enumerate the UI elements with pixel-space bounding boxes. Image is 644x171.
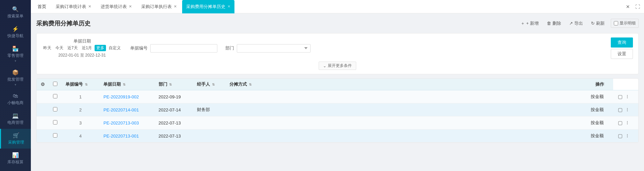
expand-more-button[interactable]: ⌄ 展开更多条件 [319, 62, 356, 70]
close-all-tabs-button[interactable]: ✕ [625, 3, 631, 11]
bill-no-link[interactable]: PE-20220713-003 [103, 120, 139, 125]
add-button[interactable]: ＋ + 新增 [519, 19, 541, 28]
row-checkbox[interactable] [53, 94, 57, 98]
row-num: 1 [61, 90, 99, 103]
tab-label: 采购订单统计表 [56, 4, 86, 10]
sidebar-item-finance[interactable]: 💰 资金管理 [0, 168, 31, 171]
delete-button[interactable]: 🗑 删除 [545, 19, 563, 28]
row-settings [37, 130, 49, 143]
show-cols-label: 显示明细 [620, 20, 636, 26]
sort-icon[interactable]: ⇅ [85, 83, 88, 86]
table-header: ⚙ 单据编号 ⇅ 单据日期 ⇅ [37, 79, 638, 90]
table-row: 1 PE-20220919-002 2022-09-19 按金额 ▢ ⁝ [37, 90, 638, 103]
maximize-button[interactable]: ⛶ [634, 3, 641, 11]
tab-close-icon[interactable]: ✕ [88, 4, 91, 9]
row-bill-no: PE-20220713-001 [99, 130, 154, 143]
bill-no-filter-group: 单据编号 [130, 44, 217, 53]
tab-home[interactable]: 首页 [34, 0, 50, 13]
row-split-method: 按金额 [587, 103, 613, 116]
refresh-label: 刷新 [596, 20, 605, 26]
edit-icon[interactable]: ▢ [617, 106, 623, 113]
sidebar-item-label: 库存核算 [7, 159, 23, 165]
more-icon[interactable]: ⁝ [626, 93, 629, 100]
sort-icon[interactable]: ⇅ [249, 83, 252, 86]
sidebar-item-ecom-small[interactable]: 🛍 小畅电商 [0, 90, 31, 109]
row-handler [225, 90, 586, 103]
tab-home-label: 首页 [38, 4, 46, 10]
date-shortcut-custom[interactable]: 自定义 [107, 45, 122, 51]
date-shortcut-today[interactable]: 今天 [54, 45, 65, 51]
tab-close-icon[interactable]: ✕ [174, 4, 177, 9]
sidebar-item-label: 批发管理 [7, 77, 23, 82]
more-icon[interactable]: ⁝ [626, 132, 629, 140]
row-checkbox[interactable] [53, 107, 57, 111]
select-all-checkbox[interactable] [53, 82, 57, 86]
col-bill-date-label: 单据日期 [103, 82, 121, 87]
sidebar-item-retail[interactable]: 🏪 零售管理 ▼ [0, 42, 31, 66]
sidebar-item-label: 搜索菜单 [7, 13, 23, 19]
row-checkbox[interactable] [53, 120, 57, 124]
tab-purchase-order-stat[interactable]: 采购订单统计表 ✕ [52, 0, 95, 13]
col-settings: ⚙ [37, 79, 49, 90]
col-action: 操作 [587, 79, 613, 90]
row-checkbox[interactable] [53, 133, 57, 138]
more-icon[interactable]: ⁝ [626, 106, 629, 113]
delete-label: 删除 [552, 20, 561, 26]
date-shortcut-yesterday[interactable]: 昨天 [42, 45, 53, 51]
col-bill-date: 单据日期 ⇅ [99, 79, 154, 90]
edit-icon[interactable]: ▢ [617, 119, 623, 126]
sidebar-item-quicknav[interactable]: ⚡ 快捷导航 [0, 22, 31, 42]
sort-icon[interactable]: ⇅ [169, 83, 172, 86]
tab-close-icon[interactable]: ✕ [227, 4, 230, 9]
delete-icon: 🗑 [547, 21, 551, 26]
tab-close-icon[interactable]: ✕ [129, 4, 132, 9]
row-split-method: 按金额 [587, 130, 613, 143]
dept-select[interactable]: 财务部 [237, 44, 311, 53]
tab-bar: 首页 采购订单统计表 ✕ 进货单统计表 ✕ 采购订单执行表 ✕ 采购费用分摊单历… [31, 0, 644, 13]
bill-no-link[interactable]: PE-20220713-001 [103, 134, 139, 139]
export-label: 导出 [574, 20, 583, 26]
date-shortcut-7days[interactable]: 近7天 [66, 45, 79, 51]
row-checkbox-cell [49, 116, 61, 130]
row-settings [37, 90, 49, 103]
sidebar-item-wholesale[interactable]: 📦 批发管理 ▼ [0, 66, 31, 90]
date-range-text: 2022-01-01 至 2022-12-31 [58, 53, 106, 58]
tab-purchase-cost-history[interactable]: 采购费用分摊单历史 ✕ [182, 0, 234, 13]
sidebar-item-ecom[interactable]: 💻 电商管理 [0, 109, 31, 129]
edit-icon[interactable]: ▢ [617, 132, 623, 140]
sidebar-item-inventory[interactable]: 📊 库存核算 [0, 149, 31, 168]
row-handler [225, 116, 586, 130]
sidebar-item-purchase[interactable]: 🛒 采购管理 [0, 129, 31, 149]
date-shortcut-1month[interactable]: 近1月 [80, 45, 94, 51]
page-title: 采购费用分摊单历史 [36, 19, 91, 27]
tab-purchase-order-exec[interactable]: 采购订单执行表 ✕ [137, 0, 181, 13]
edit-icon[interactable]: ▢ [617, 93, 623, 100]
row-actions: ▢ ⁝ [613, 103, 638, 116]
bill-no-input[interactable] [150, 44, 217, 53]
export-button[interactable]: ↗ 导出 [567, 19, 585, 28]
sidebar-item-search[interactable]: 🔍 搜索菜单 [0, 3, 31, 22]
table-body: 1 PE-20220919-002 2022-09-19 按金额 ▢ ⁝ 2 P… [37, 90, 638, 143]
date-shortcut-more[interactable]: 更多 [95, 45, 106, 51]
more-icon[interactable]: ⁝ [626, 119, 629, 126]
table: ⚙ 单据编号 ⇅ 单据日期 ⇅ [37, 79, 638, 143]
row-num: 2 [61, 103, 99, 116]
show-cols-button[interactable]: 显示明细 [611, 19, 639, 28]
settings-button[interactable]: 设置 [611, 49, 633, 59]
quicknav-icon: ⚡ [12, 26, 19, 32]
show-cols-checkbox[interactable] [614, 21, 618, 25]
row-bill-no: PE-20220714-001 [99, 103, 154, 116]
row-bill-no: PE-20220713-003 [99, 116, 154, 130]
query-button[interactable]: 查询 [611, 37, 633, 48]
settings-col-icon[interactable]: ⚙ [41, 82, 45, 87]
inventory-icon: 📊 [12, 152, 19, 158]
sort-icon[interactable]: ⇅ [212, 83, 215, 86]
col-handler-label: 经手人 [197, 82, 210, 87]
sort-icon[interactable]: ⇅ [123, 83, 125, 86]
tab-stock-stat[interactable]: 进货单统计表 ✕ [97, 0, 136, 13]
date-shortcuts: 昨天 今天 近7天 近1月 更多 自定义 [42, 45, 122, 51]
row-actions: ▢ ⁝ [613, 90, 638, 103]
bill-no-link[interactable]: PE-20220919-002 [103, 94, 139, 99]
refresh-button[interactable]: ↻ 刷新 [589, 19, 607, 28]
bill-no-link[interactable]: PE-20220714-001 [103, 107, 139, 112]
